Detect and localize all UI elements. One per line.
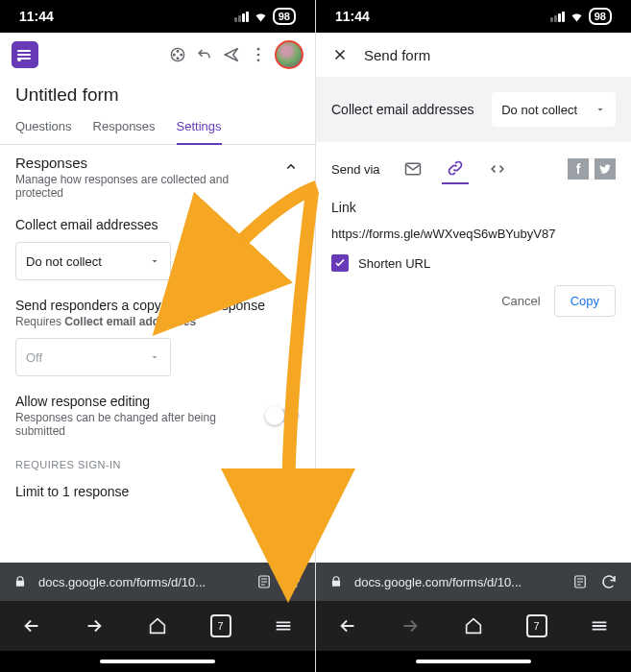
allow-edit-sub: Responses can be changed after being sub… bbox=[15, 411, 236, 438]
chevron-down-icon bbox=[149, 351, 160, 363]
theme-icon[interactable] bbox=[167, 44, 188, 65]
twitter-icon[interactable] bbox=[595, 158, 616, 180]
send-form-header: Send form bbox=[316, 33, 631, 77]
collect-email-dropdown[interactable]: Do not collect bbox=[492, 92, 616, 127]
wifi-icon bbox=[570, 10, 584, 24]
reader-icon[interactable] bbox=[571, 573, 589, 590]
section-subtitle: Manage how responses are collected and p… bbox=[15, 173, 236, 200]
lock-icon bbox=[329, 575, 343, 588]
send-form-title: Send form bbox=[364, 47, 430, 63]
tabs-button[interactable]: 7 bbox=[526, 615, 547, 636]
link-label: Link bbox=[331, 200, 616, 215]
battery-indicator: 98 bbox=[273, 8, 296, 25]
cancel-button[interactable]: Cancel bbox=[501, 294, 540, 308]
status-bar: 11:44 98 bbox=[316, 0, 631, 33]
send-icon[interactable] bbox=[221, 44, 242, 65]
browser-nav: 7 bbox=[316, 601, 631, 651]
svg-point-5 bbox=[257, 48, 260, 51]
collapse-icon[interactable] bbox=[282, 158, 300, 176]
collect-email-bar: Collect email addresses Do not collect bbox=[316, 77, 631, 142]
reload-icon[interactable] bbox=[284, 573, 302, 590]
send-via-email-icon[interactable] bbox=[400, 155, 426, 183]
reload-icon[interactable] bbox=[600, 573, 618, 590]
send-via-label: Send via bbox=[331, 162, 380, 177]
svg-point-6 bbox=[257, 54, 260, 57]
collect-email-dropdown[interactable]: Do not collect bbox=[15, 242, 171, 280]
more-icon[interactable] bbox=[248, 44, 269, 65]
lock-icon bbox=[13, 575, 27, 588]
tabs-button[interactable]: 7 bbox=[210, 615, 231, 636]
chevron-down-icon bbox=[595, 104, 606, 115]
undo-icon[interactable] bbox=[194, 44, 215, 65]
allow-edit-label: Allow response editing bbox=[15, 394, 236, 409]
limit-response-toggle[interactable] bbox=[267, 485, 300, 498]
collect-email-label: Collect email addresses bbox=[15, 217, 300, 232]
copy-button[interactable]: Copy bbox=[554, 285, 616, 317]
chevron-down-icon bbox=[149, 255, 160, 267]
signal-icon bbox=[234, 12, 249, 22]
allow-edit-toggle[interactable] bbox=[267, 409, 300, 422]
menu-button[interactable] bbox=[273, 615, 294, 636]
forward-button[interactable] bbox=[84, 615, 105, 636]
back-button[interactable] bbox=[21, 615, 42, 636]
tabs: Questions Responses Settings bbox=[0, 109, 315, 145]
send-copy-sub: Requires Collect email addresses bbox=[15, 315, 300, 328]
send-copy-dropdown[interactable]: Off bbox=[15, 338, 171, 376]
menu-button[interactable] bbox=[589, 615, 610, 636]
forward-button[interactable] bbox=[400, 615, 421, 636]
limit-response-label: Limit to 1 response bbox=[15, 484, 129, 499]
shorten-url-checkbox[interactable] bbox=[331, 254, 349, 272]
clock: 11:44 bbox=[335, 9, 370, 24]
app-toolbar bbox=[0, 33, 315, 77]
svg-point-2 bbox=[181, 54, 182, 56]
form-title[interactable]: Untitled form bbox=[0, 77, 315, 109]
tab-responses[interactable]: Responses bbox=[93, 109, 156, 144]
facebook-icon[interactable]: f bbox=[568, 158, 589, 180]
send-via-row: Send via f bbox=[316, 142, 631, 184]
forms-logo-icon[interactable] bbox=[12, 41, 38, 68]
url-text: docs.google.com/forms/d/10... bbox=[354, 575, 560, 589]
requires-signin-header: REQUIRES SIGN-IN bbox=[15, 459, 300, 470]
close-icon[interactable] bbox=[331, 46, 349, 63]
browser-nav: 7 bbox=[0, 601, 315, 651]
url-bar[interactable]: docs.google.com/forms/d/10... bbox=[0, 563, 315, 601]
send-copy-label: Send responders a copy of their response bbox=[15, 298, 300, 313]
svg-point-1 bbox=[177, 50, 179, 52]
tab-settings[interactable]: Settings bbox=[177, 109, 222, 145]
avatar[interactable] bbox=[275, 40, 303, 69]
home-indicator bbox=[316, 651, 631, 672]
home-button[interactable] bbox=[463, 615, 484, 636]
send-via-embed-icon[interactable] bbox=[484, 155, 511, 183]
svg-point-7 bbox=[257, 60, 260, 62]
link-value[interactable]: https://forms.gle/wWXveqS6wBYubyV87 bbox=[331, 227, 616, 241]
svg-point-4 bbox=[173, 54, 175, 56]
send-via-link-icon[interactable] bbox=[442, 154, 469, 184]
status-bar: 11:44 98 bbox=[0, 0, 315, 33]
collect-email-label: Collect email addresses bbox=[331, 102, 474, 117]
url-bar[interactable]: docs.google.com/forms/d/10... bbox=[316, 563, 631, 601]
shorten-url-label: Shorten URL bbox=[358, 256, 430, 271]
section-title: Responses bbox=[15, 155, 236, 171]
back-button[interactable] bbox=[337, 615, 358, 636]
home-indicator bbox=[0, 651, 315, 672]
url-text: docs.google.com/forms/d/10... bbox=[38, 575, 244, 589]
tab-questions[interactable]: Questions bbox=[15, 109, 72, 144]
battery-indicator: 98 bbox=[589, 8, 612, 25]
clock: 11:44 bbox=[19, 9, 54, 24]
home-button[interactable] bbox=[147, 615, 168, 636]
signal-icon bbox=[550, 12, 565, 22]
svg-point-3 bbox=[177, 58, 179, 60]
reader-icon[interactable] bbox=[255, 573, 273, 590]
wifi-icon bbox=[254, 10, 268, 24]
